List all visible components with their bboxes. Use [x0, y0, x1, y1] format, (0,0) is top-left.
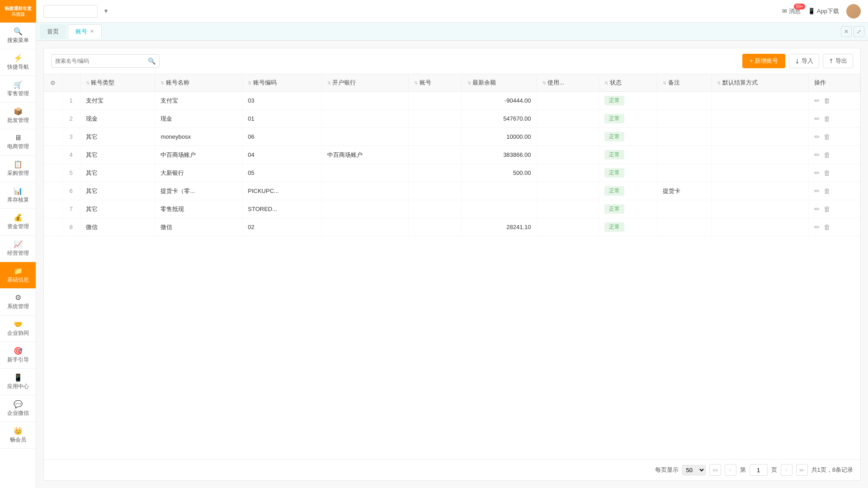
delete-icon[interactable]: 🗑 [824, 205, 830, 213]
row-usage [537, 110, 599, 128]
tab-home[interactable]: 首页 [40, 24, 66, 39]
accounts-table-wrap: ⚙ ⇅ 账号类型 ⇅ 账号名称 [44, 74, 860, 459]
sidebar-item-retail-mgmt[interactable]: 🛒 零售管理 [0, 76, 36, 103]
pagination: 每页显示 50 100 200 ⏮ ‹ 第 页 › ⏭ 共1页，8条记录 [44, 459, 860, 480]
sidebar-item-new-guide[interactable]: 🎯 新手引导 [0, 342, 36, 369]
enterprise-agree-icon: 🤝 [2, 320, 34, 328]
add-account-button[interactable]: + 新增账号 [742, 54, 785, 68]
sort-bank-icon[interactable]: ⇅ [327, 80, 331, 85]
row-bank [321, 128, 409, 146]
row-bank [321, 200, 409, 218]
sidebar-item-app-center[interactable]: 📱 应用中心 [0, 369, 36, 395]
sort-remark-icon[interactable]: ⇅ [663, 80, 666, 85]
edit-icon[interactable]: ✏ [814, 187, 820, 195]
edit-icon[interactable]: ✏ [814, 97, 820, 105]
wholesale-icon: 📦 [2, 107, 34, 116]
edit-icon[interactable]: ✏ [814, 223, 820, 231]
tab-expand-btn[interactable]: ⤢ [854, 26, 864, 37]
row-num: 4 [62, 146, 80, 164]
row-num: 6 [62, 182, 80, 200]
row-bank [321, 110, 409, 128]
page-first-btn[interactable]: ⏮ [709, 464, 721, 476]
edit-icon[interactable]: ✏ [814, 205, 820, 213]
delete-icon[interactable]: 🗑 [824, 151, 830, 159]
edit-icon[interactable]: ✏ [814, 133, 820, 141]
sidebar-item-enterprise-wechat[interactable]: 💬 企业微信 [0, 395, 36, 422]
column-settings-icon[interactable]: ⚙ [50, 80, 56, 86]
tab-account[interactable]: 账号 ✕ [68, 24, 102, 39]
sidebar-item-inventory[interactable]: 📊 库存核算 [0, 182, 36, 209]
sort-balance-icon[interactable]: ⇅ [467, 80, 471, 85]
row-name: moneybosx [155, 128, 242, 146]
table-row: 3 其它 moneybosx 06 10000.00 正常 ✏ 🗑 [44, 128, 860, 146]
row-default-settle [712, 146, 809, 164]
sort-code-icon[interactable]: ⇅ [248, 80, 251, 85]
tab-account-close[interactable]: ✕ [90, 28, 94, 34]
import-button[interactable]: ⤓ 导入 [789, 54, 819, 68]
sidebar-item-enterprise-agree[interactable]: 🤝 企业协同 [0, 315, 36, 342]
topbar-search-input[interactable] [43, 5, 98, 18]
status-badge: 正常 [604, 150, 624, 160]
search-input[interactable] [55, 58, 146, 64]
edit-icon[interactable]: ✏ [814, 115, 820, 123]
row-account [409, 146, 462, 164]
purchase-icon: 📋 [2, 160, 34, 169]
row-account [409, 200, 462, 218]
row-remark: 提货卡 [657, 182, 712, 200]
page-last-btn[interactable]: ⏭ [796, 464, 808, 476]
page-number-input[interactable] [750, 464, 768, 476]
sidebar-item-wholesale-mgmt[interactable]: 📦 批发管理 [0, 103, 36, 129]
sidebar-item-quick-nav[interactable]: ⚡ 快捷导航 [0, 49, 36, 76]
status-badge: 正常 [604, 222, 624, 232]
edit-icon[interactable]: ✏ [814, 169, 820, 177]
avatar[interactable] [846, 4, 861, 19]
row-settings [44, 182, 62, 200]
topbar-dropdown-btn[interactable]: ▼ [103, 8, 109, 14]
sidebar-item-ecommerce-mgmt[interactable]: 🖥 电商管理 [0, 129, 36, 155]
page-next-btn[interactable]: › [781, 464, 793, 476]
col-balance: ⇅ 最新余额 [462, 74, 537, 92]
sidebar: 畅捷通财生意 乐燕版 🔍 搜索菜单 ⚡ 快捷导航 🛒 零售管理 📦 批发管理 🖥… [0, 0, 36, 488]
app-download-button[interactable]: 📱 App下载 [808, 7, 839, 15]
sort-settle-icon[interactable]: ⇅ [717, 80, 721, 85]
delete-icon[interactable]: 🗑 [824, 187, 830, 195]
row-usage [537, 164, 599, 182]
edit-icon[interactable]: ✏ [814, 151, 820, 159]
row-default-settle [712, 110, 809, 128]
row-type: 其它 [80, 200, 155, 218]
export-button[interactable]: ⤒ 导出 [823, 54, 853, 68]
sort-usage-icon[interactable]: ⇅ [542, 80, 546, 85]
sidebar-item-purchase-mgmt[interactable]: 📋 采购管理 [0, 155, 36, 182]
row-actions: ✏ 🗑 [808, 128, 860, 146]
row-code: 05 [242, 164, 321, 182]
row-account [409, 218, 462, 236]
row-bank [321, 218, 409, 236]
sidebar-item-search-menu[interactable]: 🔍 搜索菜单 [0, 23, 36, 49]
row-code: PICKUPC... [242, 182, 321, 200]
sort-status-icon[interactable]: ⇅ [604, 80, 608, 85]
tab-close-all-btn[interactable]: ✕ [841, 26, 852, 37]
col-usage: ⇅ 使用... [537, 74, 599, 92]
col-name: ⇅ 账号名称 [155, 74, 242, 92]
sidebar-item-finance[interactable]: 💰 资金管理 [0, 209, 36, 235]
sort-name-icon[interactable]: ⇅ [160, 80, 164, 85]
delete-icon[interactable]: 🗑 [824, 97, 830, 104]
delete-icon[interactable]: 🗑 [824, 169, 830, 177]
sidebar-item-system-mgmt[interactable]: ⚙ 系统管理 [0, 289, 36, 315]
page-size-select[interactable]: 50 100 200 [682, 465, 706, 475]
ecommerce-icon: 🖥 [2, 134, 34, 142]
sidebar-item-operations[interactable]: 📈 经营管理 [0, 235, 36, 262]
page-prev-btn[interactable]: ‹ [725, 464, 736, 476]
col-settings[interactable]: ⚙ [44, 74, 62, 92]
sidebar-item-vip-member[interactable]: 👑 畅会员 [0, 422, 36, 449]
row-name: 提货卡（零... [155, 182, 242, 200]
delete-icon[interactable]: 🗑 [824, 223, 830, 231]
sidebar-item-basic-info[interactable]: 📁 基础信息 [0, 262, 36, 289]
messages-button[interactable]: ✉ 消息 99+ [782, 7, 801, 15]
delete-icon[interactable]: 🗑 [824, 115, 830, 122]
row-account [409, 128, 462, 146]
delete-icon[interactable]: 🗑 [824, 133, 830, 141]
sort-type-icon[interactable]: ⇅ [86, 80, 90, 85]
sort-account-icon[interactable]: ⇅ [414, 80, 418, 85]
pagination-total: 共1页，8条记录 [811, 466, 853, 474]
